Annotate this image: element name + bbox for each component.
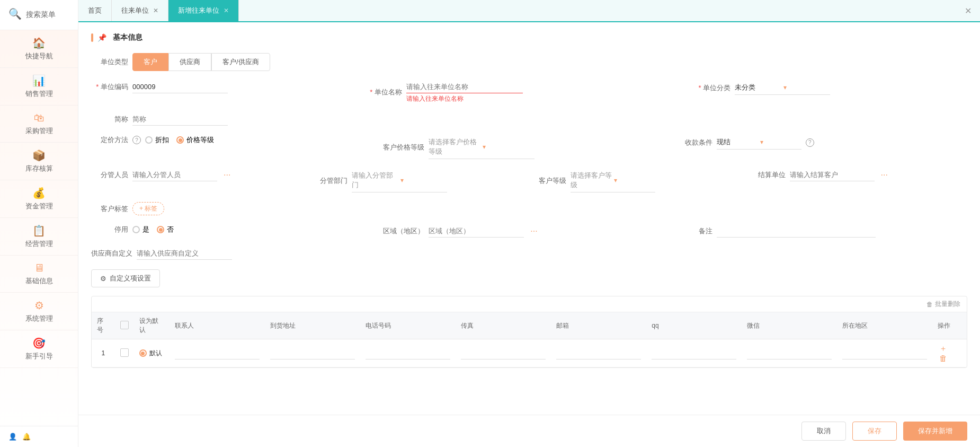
radio-yes-circle: [132, 226, 140, 233]
td-default: 默认: [134, 339, 170, 367]
sidebar-ops-label: 经营管理: [25, 239, 53, 249]
save-new-button[interactable]: 保存并新增: [903, 422, 967, 441]
sidebar-item-search[interactable]: 🔍 搜索菜单: [0, 0, 78, 30]
sidebar-item-purchase[interactable]: 🛍 采购管理: [0, 106, 78, 143]
save-button[interactable]: 保存: [852, 422, 897, 441]
sidebar-item-sales[interactable]: 📊 销售管理: [0, 68, 78, 106]
section-pin-icon: 📌: [97, 33, 106, 42]
footer: 取消 保存 保存并新增: [78, 415, 980, 447]
radio-disable-no[interactable]: 否: [157, 225, 174, 234]
batch-delete-button[interactable]: 🗑 批量删除: [926, 300, 960, 309]
category-field: 单位分类 未分类 ▾: [693, 81, 967, 95]
remarks-input[interactable]: [717, 225, 876, 238]
sidebar-item-ops[interactable]: 📋 经营管理: [0, 218, 78, 256]
th-region: 所在地区: [837, 312, 932, 339]
td-region: [837, 339, 932, 367]
custom-settings-wrapper: ⚙ 自定义项设置: [91, 269, 967, 287]
th-wechat: 微信: [742, 312, 837, 339]
region-dots[interactable]: ···: [528, 226, 539, 236]
tab-new-contact[interactable]: 新增往来单位 ✕: [168, 0, 239, 21]
tab-contacts-close[interactable]: ✕: [153, 7, 158, 14]
row-default-radio[interactable]: 默认: [139, 349, 165, 358]
sidebar-item-system[interactable]: ⚙ 系统管理: [0, 293, 78, 330]
settlement-unit-input[interactable]: [790, 169, 875, 181]
row-address-input[interactable]: [270, 347, 355, 360]
sidebar-item-finance[interactable]: 💰 资金管理: [0, 180, 78, 218]
cancel-button[interactable]: 取消: [801, 422, 846, 441]
name-field: 单位名称 请输入往来单位名称: [365, 81, 693, 103]
row-qq-input[interactable]: [652, 347, 736, 360]
finance-icon: 💰: [32, 187, 46, 199]
contact-table-section: 🗑 批量删除 序号 设为默认 联系人 到货地址 电话号码 传真 邮箱 qq: [91, 296, 967, 368]
shortname-field: 简称: [91, 113, 967, 126]
select-all-checkbox[interactable]: [120, 321, 129, 329]
supplier-custom-label: 供应商自定义: [91, 249, 132, 258]
custom-settings-button[interactable]: ⚙ 自定义项设置: [91, 269, 160, 287]
search-icon: 🔍: [8, 7, 22, 20]
row-delete-action[interactable]: 🗑: [939, 354, 947, 363]
customer-level-select[interactable]: 请选择客户等级 ▾: [571, 169, 655, 192]
delete-icon: 🗑: [926, 301, 933, 308]
pricing-row: 定价方法 ? 折扣 价格等级 客户价格等级 请选择客户价格等级: [91, 135, 967, 159]
pricing-help-icon[interactable]: ?: [132, 136, 141, 144]
shortname-row: 简称: [91, 113, 967, 126]
name-input[interactable]: [406, 81, 523, 93]
add-tag-button[interactable]: + 标签: [132, 202, 164, 215]
row-phone-input[interactable]: [366, 347, 450, 360]
th-address: 到货地址: [265, 312, 360, 339]
customer-level-value: 请选择客户等级: [571, 171, 612, 190]
shortname-input[interactable]: [132, 113, 228, 126]
td-qq: [646, 339, 742, 367]
row-checkbox[interactable]: [120, 348, 129, 357]
department-select[interactable]: 请输入分管部门 ▾: [352, 169, 447, 192]
tab-close-all[interactable]: ✕: [956, 0, 980, 21]
radio-yes-label: 是: [142, 225, 149, 234]
department-chevron: ▾: [400, 177, 447, 184]
unit-type-customer[interactable]: 客户: [132, 53, 168, 71]
unit-type-group: 客户 供应商 客户/供应商: [132, 53, 270, 71]
unit-type-supplier[interactable]: 供应商: [168, 53, 211, 71]
tab-contacts[interactable]: 往来单位 ✕: [112, 0, 168, 21]
row-contact-input[interactable]: [175, 347, 260, 360]
radio-price-level-label: 价格等级: [186, 135, 214, 145]
row-wechat-input[interactable]: [747, 347, 832, 360]
settlement-dots[interactable]: ···: [879, 170, 890, 180]
radio-discount-circle: [145, 136, 153, 144]
row-fax-input[interactable]: [461, 347, 546, 360]
sidebar-item-inventory[interactable]: 📦 库存核算: [0, 143, 78, 180]
sidebar-item-basic[interactable]: 🖥 基础信息: [0, 256, 78, 293]
tab-new-contact-close[interactable]: ✕: [224, 7, 229, 14]
gear-icon: ⚙: [100, 275, 106, 283]
unit-type-both[interactable]: 客户/供应商: [211, 53, 270, 71]
manager-dots[interactable]: ···: [221, 170, 233, 180]
pricing-method-field: 定价方法 ? 折扣 价格等级: [91, 135, 383, 145]
tab-home[interactable]: 首页: [78, 0, 112, 21]
category-select[interactable]: 未分类 ▾: [735, 81, 830, 95]
row-email-input[interactable]: [556, 347, 641, 360]
sidebar-item-newbie[interactable]: 🎯 新手引导: [0, 330, 78, 368]
radio-no-label: 否: [167, 225, 174, 234]
sidebar-finance-label: 资金管理: [25, 201, 53, 211]
section-title: 📌 基本信息: [91, 33, 967, 42]
sidebar-item-quicknav[interactable]: 🏠 快捷导航: [0, 30, 78, 68]
row-add-action[interactable]: ＋: [939, 344, 947, 353]
disable-label: 停用: [91, 225, 128, 234]
tab-spacer: [239, 0, 956, 21]
manager-input[interactable]: [132, 169, 217, 181]
sidebar-bottom: 👤 🔔: [0, 426, 78, 447]
code-input[interactable]: [132, 81, 228, 93]
sidebar-quicknav-label: 快捷导航: [25, 51, 53, 61]
category-value: 未分类: [735, 83, 781, 92]
row-default-circle: [139, 349, 147, 357]
customer-price-level-select[interactable]: 请选择客户价格等级 ▾: [429, 135, 534, 159]
radio-price-level[interactable]: 价格等级: [176, 135, 214, 145]
supplier-custom-field: 供应商自定义: [91, 247, 967, 260]
payment-terms-select[interactable]: 现结 ▾: [717, 135, 801, 150]
radio-discount[interactable]: 折扣: [145, 135, 169, 145]
region-input[interactable]: [429, 225, 524, 238]
payment-terms-chevron: ▾: [760, 138, 801, 146]
radio-disable-yes[interactable]: 是: [132, 225, 149, 234]
supplier-custom-input[interactable]: [137, 247, 232, 260]
payment-help-icon[interactable]: ?: [806, 138, 814, 147]
row-region-input[interactable]: [842, 347, 927, 360]
